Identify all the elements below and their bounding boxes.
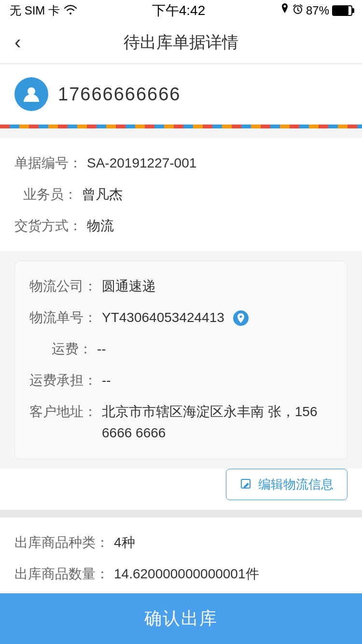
dashed-divider [0, 125, 362, 128]
logistics-card: 物流公司： 圆通速递 物流单号： YT43064053424413 运费： [14, 261, 348, 459]
battery-percent: 87% [306, 4, 329, 17]
nav-bar: ‹ 待出库单据详情 [0, 21, 362, 64]
tracking-number-value: YT43064053424413 [102, 307, 333, 329]
salesperson-value: 曾凡杰 [82, 184, 348, 206]
delivery-method-value: 物流 [87, 215, 348, 237]
document-number-label: 单据编号： [14, 153, 82, 174]
freight-row: 运费： -- [29, 338, 333, 360]
logistics-company-row: 物流公司： 圆通速递 [29, 276, 333, 297]
salesperson-label: 业务员： [14, 184, 77, 206]
confirm-btn-area[interactable]: 确认出库 [0, 593, 362, 644]
status-bar-left: 无 SIM 卡 [10, 3, 77, 18]
freight-bearer-label: 运费承担： [29, 370, 97, 392]
tracking-location-icon[interactable] [232, 309, 250, 327]
user-avatar [14, 77, 48, 111]
user-phone: 17666666666 [58, 84, 181, 105]
product-type-value: 4种 [114, 532, 135, 554]
tracking-number-row: 物流单号： YT43064053424413 [29, 307, 333, 329]
tracking-container: YT43064053424413 [102, 307, 333, 329]
address-label: 客户地址： [29, 401, 97, 423]
confirm-btn-text: 确认出库 [144, 607, 218, 630]
product-quantity-value: 14.620000000000001件 [114, 563, 259, 585]
product-type-row: 出库商品种类： 4种 [14, 532, 348, 554]
document-number-row: 单据编号： SA-20191227-001 [14, 153, 348, 174]
freight-bearer-row: 运费承担： -- [29, 370, 333, 392]
product-quantity-row: 出库商品数量： 14.620000000000001件 [14, 563, 348, 585]
carrier-text: 无 SIM 卡 [10, 3, 60, 18]
document-number-value: SA-20191227-001 [87, 153, 348, 174]
edit-logistics-button[interactable]: 编辑物流信息 [226, 469, 348, 500]
edit-logistics-label: 编辑物流信息 [258, 476, 334, 493]
logistics-company-label: 物流公司： [29, 276, 97, 297]
svg-point-1 [28, 87, 35, 95]
wifi-icon [64, 4, 77, 17]
avatar-icon [22, 84, 41, 104]
freight-value: -- [97, 338, 333, 360]
document-info-section: 单据编号： SA-20191227-001 业务员： 曾凡杰 交货方式： 物流 [0, 138, 362, 251]
edit-btn-wrapper: 编辑物流信息 [0, 469, 362, 510]
back-button[interactable]: ‹ [14, 31, 21, 53]
address-row: 客户地址： 北京市市辖区海淀区永丰南 张，156 6666 6666 [29, 401, 333, 445]
delivery-method-label: 交货方式： [14, 215, 82, 237]
tracking-number-text: YT43064053424413 [102, 307, 224, 329]
edit-icon [240, 478, 253, 491]
address-value: 北京市市辖区海淀区永丰南 张，156 6666 6666 [102, 401, 333, 445]
salesperson-row: 业务员： 曾凡杰 [14, 184, 348, 206]
freight-label: 运费： [29, 338, 92, 360]
status-bar-right: 87% [280, 3, 352, 18]
logistics-company-value: 圆通速递 [102, 276, 333, 297]
product-section: 出库商品种类： 4种 出库商品数量： 14.620000000000001件 [0, 518, 362, 604]
section-divider [0, 510, 362, 518]
location-service-icon [280, 3, 290, 18]
user-header: 17666666666 [0, 64, 362, 125]
tracking-number-label: 物流单号： [29, 307, 97, 329]
product-quantity-label: 出库商品数量： [14, 563, 109, 585]
status-bar: 无 SIM 卡 下午4:42 87% [0, 0, 362, 21]
page-title: 待出库单据详情 [124, 31, 238, 54]
delivery-method-row: 交货方式： 物流 [14, 215, 348, 237]
battery-icon [332, 5, 352, 16]
alarm-icon [292, 4, 303, 17]
product-type-label: 出库商品种类： [14, 532, 109, 554]
status-bar-time: 下午4:42 [152, 1, 206, 20]
freight-bearer-value: -- [102, 370, 333, 392]
